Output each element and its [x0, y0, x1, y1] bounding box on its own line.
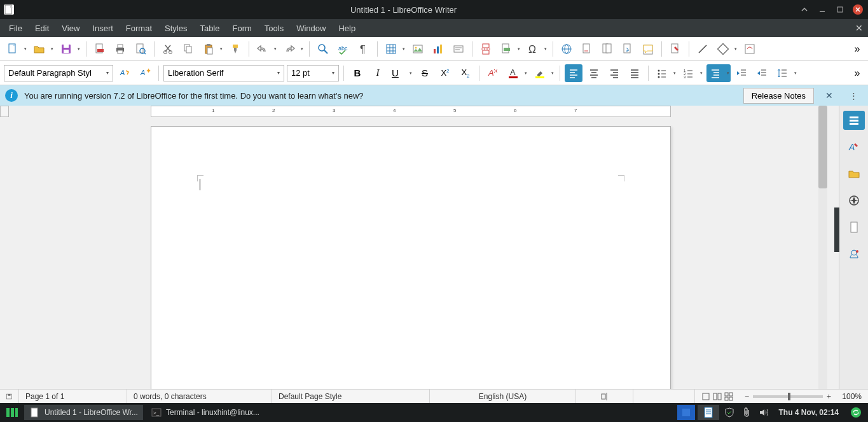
- formatting-marks-button[interactable]: ¶: [355, 40, 373, 58]
- menu-help[interactable]: Help: [332, 21, 362, 36]
- insert-line-button[interactable]: [694, 40, 712, 58]
- update-style-button[interactable]: A: [116, 64, 134, 82]
- hyperlink-button[interactable]: [558, 40, 575, 58]
- ruler-corner[interactable]: [0, 106, 9, 117]
- justify-button[interactable]: [626, 64, 644, 82]
- show-desktop-button[interactable]: [677, 405, 695, 420]
- tray-shield-icon[interactable]: [722, 405, 737, 420]
- clear-formatting-button[interactable]: A: [484, 64, 502, 82]
- save-status-icon[interactable]: [0, 390, 19, 403]
- scroll-thumb[interactable]: [818, 106, 827, 188]
- infobar-menu-button[interactable]: ⋮: [844, 88, 863, 103]
- highlight-color-button[interactable]: [531, 64, 555, 82]
- font-name-combo[interactable]: Liberation Serif: [163, 65, 284, 81]
- increase-indent-button[interactable]: [733, 64, 751, 82]
- roll-up-button[interactable]: [798, 3, 811, 16]
- clone-formatting-button[interactable]: [226, 40, 244, 58]
- tray-clip-icon[interactable]: [740, 405, 754, 420]
- menu-edit[interactable]: Edit: [29, 21, 55, 36]
- view-buttons[interactable]: [695, 390, 740, 403]
- bookmark-button[interactable]: [598, 40, 616, 58]
- bold-button[interactable]: B: [348, 64, 366, 82]
- bullet-list-button[interactable]: [653, 64, 677, 82]
- sidebar-navigator-button[interactable]: [843, 191, 865, 210]
- sidebar-page-button[interactable]: [843, 218, 865, 237]
- horizontal-ruler[interactable]: 1 2 3 4 5 6 7: [151, 106, 671, 117]
- number-list-button[interactable]: 123: [680, 64, 704, 82]
- track-changes-button[interactable]: [666, 40, 684, 58]
- insert-table-button[interactable]: [382, 40, 406, 58]
- export-pdf-button[interactable]: [91, 40, 109, 58]
- insert-chart-button[interactable]: [429, 40, 447, 58]
- zoom-percent[interactable]: 100%: [836, 390, 868, 403]
- close-button[interactable]: [851, 3, 864, 16]
- minimize-button[interactable]: [816, 3, 829, 16]
- draw-functions-button[interactable]: [741, 40, 759, 58]
- redo-button[interactable]: [280, 40, 305, 58]
- menu-styles[interactable]: Styles: [158, 21, 193, 36]
- page-style[interactable]: Default Page Style: [272, 390, 430, 403]
- superscript-button[interactable]: X2: [436, 64, 454, 82]
- sidebar-gallery-button[interactable]: [843, 164, 865, 183]
- menu-format[interactable]: Format: [120, 21, 158, 36]
- underline-button[interactable]: U: [389, 64, 413, 82]
- outline-button[interactable]: [706, 64, 731, 82]
- tray-sync-icon[interactable]: [846, 405, 865, 420]
- sidebar-styles-button[interactable]: A: [843, 137, 865, 157]
- insert-mode[interactable]: [576, 390, 633, 403]
- align-center-button[interactable]: [585, 64, 603, 82]
- sidebar-handle[interactable]: [834, 207, 839, 252]
- italic-button[interactable]: I: [369, 64, 387, 82]
- page-indicator[interactable]: Page 1 of 1: [19, 390, 127, 403]
- menu-insert[interactable]: Insert: [86, 21, 120, 36]
- print-preview-button[interactable]: [132, 40, 149, 58]
- tray-datetime[interactable]: Thu 4 Nov, 02:14: [774, 405, 844, 420]
- undo-button[interactable]: [254, 40, 278, 58]
- taskbar-item-writer[interactable]: Untitled 1 - LibreOffice Wr...: [24, 405, 143, 420]
- basic-shapes-button[interactable]: [714, 40, 738, 58]
- word-count[interactable]: 0 words, 0 characters: [127, 390, 272, 403]
- save-button[interactable]: [57, 40, 81, 58]
- sidebar-manage-changes-button[interactable]: [843, 244, 865, 264]
- cut-button[interactable]: [159, 40, 177, 58]
- start-menu-button[interactable]: [3, 405, 22, 420]
- new-style-button[interactable]: A✦: [136, 64, 154, 82]
- toolbar-overflow-button[interactable]: »: [851, 40, 863, 58]
- paragraph-style-combo[interactable]: Default Paragraph Styl: [4, 65, 113, 81]
- font-color-button[interactable]: A: [504, 64, 528, 82]
- menu-table[interactable]: Table: [193, 21, 226, 36]
- insert-textbox-button[interactable]: [450, 40, 467, 58]
- special-char-button[interactable]: Ω: [524, 40, 548, 58]
- language-indicator[interactable]: English (USA): [430, 390, 576, 403]
- insert-comment-button[interactable]: [639, 40, 657, 58]
- align-right-button[interactable]: [605, 64, 623, 82]
- page-break-button[interactable]: [477, 40, 495, 58]
- menu-window[interactable]: Window: [290, 21, 332, 36]
- copy-button[interactable]: [179, 40, 197, 58]
- spellcheck-button[interactable]: abc: [334, 40, 352, 58]
- find-replace-button[interactable]: [314, 40, 332, 58]
- menu-file[interactable]: File: [3, 21, 29, 36]
- zoom-slider[interactable]: [753, 395, 823, 398]
- new-button[interactable]: [4, 40, 28, 58]
- cross-ref-button[interactable]: [619, 40, 637, 58]
- print-button[interactable]: [111, 40, 129, 58]
- infobar-close-button[interactable]: ✕: [820, 88, 838, 103]
- taskbar-item-terminal[interactable]: >_ Terminal - linuxhint@linux...: [146, 405, 265, 420]
- footnote-button[interactable]: [578, 40, 596, 58]
- maximize-button[interactable]: [834, 3, 846, 16]
- insert-image-button[interactable]: [409, 40, 427, 58]
- paste-button[interactable]: [200, 40, 224, 58]
- menu-view[interactable]: View: [55, 21, 86, 36]
- insert-field-button[interactable]: [497, 40, 521, 58]
- document-page[interactable]: [151, 126, 671, 389]
- align-left-button[interactable]: [565, 64, 582, 82]
- strikethrough-button[interactable]: S: [416, 64, 434, 82]
- zoom-in-button[interactable]: +: [827, 392, 831, 401]
- menu-tools[interactable]: Tools: [258, 21, 290, 36]
- zoom-out-button[interactable]: −: [745, 392, 749, 401]
- sidebar-properties-button[interactable]: [843, 111, 865, 130]
- subscript-button[interactable]: X2: [457, 64, 474, 82]
- vertical-scrollbar[interactable]: [818, 106, 827, 389]
- open-button[interactable]: [31, 40, 55, 58]
